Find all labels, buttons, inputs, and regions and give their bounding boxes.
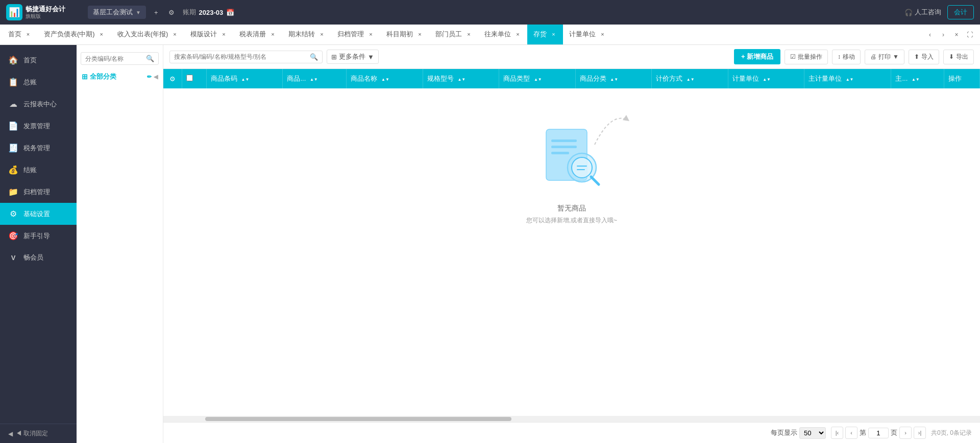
table-col-main-unit[interactable]: 主计量单位 ▲▼ (804, 69, 891, 88)
table-col-checkbox[interactable] (182, 69, 206, 88)
select-all-checkbox[interactable] (186, 75, 193, 81)
table-col-unit[interactable]: 计量单位 ▲▼ (728, 69, 804, 88)
sidebar-item-invoice[interactable]: 📄 发票管理 (0, 115, 77, 137)
sidebar-item-home[interactable]: 🏠 首页 (0, 49, 77, 71)
tab-balance-sheet[interactable]: 资产负债表(中期) × (38, 25, 111, 45)
tab-archive[interactable]: 归档管理 × (331, 25, 380, 45)
table-col-category[interactable]: 商品分类 ▲▼ (575, 69, 651, 88)
consult-button[interactable]: 🎧 人工咨询 (904, 8, 941, 17)
sidebar-label-tax: 税务管理 (23, 144, 50, 153)
table-body: 暂无商品 您可以选择新增,或者直接导入哦~ (163, 88, 980, 255)
tab-close-homepage[interactable]: × (24, 31, 32, 38)
product-search-bar[interactable]: 🔍 (169, 51, 323, 63)
more-filter-button[interactable]: ⊞ 更多条件 ▼ (327, 50, 379, 64)
svg-line-6 (591, 177, 599, 184)
table-col-type[interactable]: 商品类型 ▲▼ (499, 69, 575, 88)
tab-template[interactable]: 模版设计 × (184, 25, 233, 45)
settings-button[interactable]: ⚙ (165, 7, 178, 18)
tab-close-balance[interactable]: × (98, 31, 105, 38)
tab-expand-button[interactable]: ⛶ (964, 29, 976, 41)
account-button[interactable]: 会计 (947, 5, 974, 19)
left-panel: 🔍 ⊞ 全部分类 ✏ ◀ (77, 45, 163, 443)
prev-page-button[interactable]: ‹ (845, 427, 857, 439)
sidebar-label-member: 畅会员 (23, 253, 43, 262)
table-col-settings[interactable]: ⚙ (163, 69, 182, 88)
tab-close-contacts[interactable]: × (514, 31, 521, 38)
tab-inventory[interactable]: 存货 × (527, 25, 563, 45)
right-panel: 🔍 ⊞ 更多条件 ▼ + 新增商品 ☑ 批量操作 ↕ (163, 45, 980, 443)
add-tab-button[interactable]: + (151, 7, 161, 18)
tab-close-template[interactable]: × (220, 31, 227, 38)
sidebar-item-newbie[interactable]: 🎯 新手引导 (0, 225, 77, 247)
import-button[interactable]: ⬆ 导入 (909, 50, 939, 64)
tab-close-income[interactable]: × (171, 31, 178, 38)
tab-department[interactable]: 部门员工 × (429, 25, 478, 45)
tab-subject-init[interactable]: 科目期初 × (380, 25, 429, 45)
table-col-code[interactable]: 商品... ▲▼ (283, 69, 347, 88)
category-search-icon[interactable]: 🔍 (146, 55, 154, 62)
tab-close-unit[interactable]: × (599, 31, 606, 38)
tab-label: 归档管理 (337, 30, 364, 39)
calendar-icon[interactable]: 📅 (226, 9, 234, 16)
page-size-select-input[interactable]: 10 20 50 100 (799, 427, 826, 439)
scroll-thumb[interactable] (205, 417, 511, 421)
tab-close-archive[interactable]: × (367, 31, 374, 38)
svg-marker-9 (623, 115, 629, 121)
table-col-price-method[interactable]: 计价方式 ▲▼ (652, 69, 728, 88)
more-filter-label: 更多条件 (339, 52, 365, 61)
sidebar-unpin-button[interactable]: ◀ ◀ 取消固定 (0, 424, 77, 443)
period-label: 账期 (183, 8, 196, 17)
tab-prev-button[interactable]: ‹ (924, 29, 936, 41)
move-button[interactable]: ↕ 移动 (832, 50, 861, 64)
sidebar-label-invoice: 发票管理 (23, 122, 50, 131)
sidebar-item-archive[interactable]: 📁 归档管理 (0, 181, 77, 203)
table-col-barcode[interactable]: 商品条码 ▲▼ (206, 69, 282, 88)
tab-close-all-button[interactable]: × (950, 29, 963, 41)
next-page-button[interactable]: › (899, 427, 912, 439)
product-search-input[interactable] (174, 53, 308, 60)
new-product-button[interactable]: + 新增商品 (734, 49, 780, 64)
sidebar-item-tax[interactable]: 🧾 税务管理 (0, 137, 77, 159)
batch-operation-button[interactable]: ☑ 批量操作 (785, 50, 828, 64)
collapse-category-icon[interactable]: ◀ (154, 74, 158, 80)
tab-close-tax[interactable]: × (269, 31, 276, 38)
tab-period-transfer[interactable]: 期末结转 × (282, 25, 331, 45)
print-button[interactable]: 🖨 打印 ▼ (865, 50, 904, 64)
table-col-main-abbr[interactable]: 主... ▲▼ (891, 69, 944, 88)
last-page-button[interactable]: ›| (914, 427, 926, 439)
sidebar-item-cloud-report[interactable]: ☁ 云报表中心 (0, 93, 77, 115)
horizontal-scrollbar[interactable] (163, 416, 980, 422)
tab-close-dept[interactable]: × (465, 31, 472, 38)
table-col-name[interactable]: 商品名称 ▲▼ (347, 69, 423, 88)
export-button[interactable]: ⬇ 导出 (943, 50, 974, 64)
sidebar-item-ledger[interactable]: 📋 总账 (0, 71, 77, 93)
page-number-input[interactable] (868, 428, 889, 438)
edit-category-icon[interactable]: ✏ (147, 74, 152, 80)
cloud-icon: ☁ (8, 99, 18, 109)
search-icon[interactable]: 🔍 (310, 53, 318, 61)
sidebar-item-basic-settings[interactable]: ⚙ 基础设置 (0, 203, 77, 225)
category-search-box[interactable]: 🔍 (81, 52, 159, 65)
first-page-button[interactable]: |‹ (831, 427, 843, 439)
tab-next-button[interactable]: › (937, 29, 949, 41)
sidebar-item-close[interactable]: 💰 结账 (0, 159, 77, 181)
empty-state: 暂无商品 您可以选择新增,或者直接导入哦~ (163, 88, 980, 255)
table-col-spec[interactable]: 规格型号 ▲▼ (423, 69, 499, 88)
sidebar-item-member[interactable]: V 畅会员 (0, 247, 77, 268)
sort-arrows-code: ▲▼ (310, 77, 318, 82)
settings-gear-icon: ⚙ (8, 209, 18, 219)
tab-homepage[interactable]: 首页 × (2, 25, 38, 45)
tab-contacts[interactable]: 往来单位 × (478, 25, 527, 45)
tab-unit[interactable]: 计量单位 × (563, 25, 612, 45)
logo-text: 畅捷通好会计 旗舰版 (26, 5, 65, 19)
sort-arrows-barcode: ▲▼ (241, 77, 250, 82)
tab-income[interactable]: 收入支出表(年报) × (111, 25, 185, 45)
tab-close-inventory[interactable]: × (550, 31, 557, 38)
company-selector[interactable]: 基层工会测试 ▼ (88, 6, 146, 19)
category-all[interactable]: ⊞ 全部分类 ✏ ◀ (77, 68, 163, 85)
tab-tax[interactable]: 税表清册 × (233, 25, 282, 45)
col-category-label: 商品分类 (580, 75, 606, 82)
tab-close-subject[interactable]: × (416, 31, 423, 38)
category-search-input[interactable] (85, 55, 144, 62)
tab-close-period[interactable]: × (318, 31, 325, 38)
